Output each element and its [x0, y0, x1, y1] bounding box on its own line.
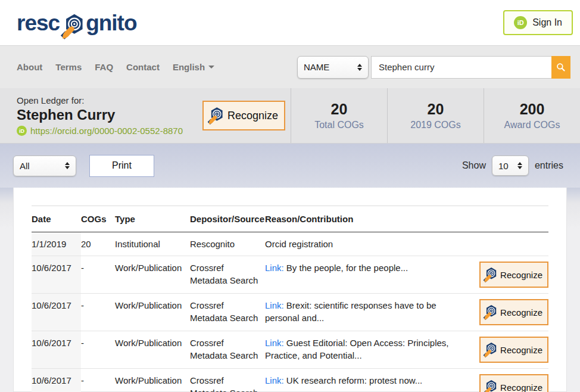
col-header-reason[interactable]: Reason/Contribution — [265, 206, 478, 232]
recognize-label: Recognize — [500, 307, 542, 318]
cell-actions: Recognize — [478, 331, 548, 368]
recognize-button-row[interactable]: Recognize — [479, 337, 548, 363]
ledger-table-card: Date COGs Type Depositor/Source Reason/C… — [13, 188, 567, 392]
recognize-label: Recognize — [500, 382, 542, 392]
stat-label: Award COGs — [504, 120, 560, 130]
ledger-button-zone: Recognize — [202, 88, 291, 143]
chevron-down-icon — [208, 66, 214, 69]
cell-date: 10/6/2017 — [32, 294, 81, 331]
publication-link[interactable]: Link: — [265, 263, 284, 273]
table-row: 1/1/2019 20 Institutional Rescognito Orc… — [32, 232, 548, 256]
nav-item-terms[interactable]: Terms — [55, 62, 82, 72]
sign-in-button[interactable]: iD Sign In — [503, 10, 573, 35]
cell-source: Crossref Metadata Search — [190, 369, 265, 392]
orcid-id-icon: iD — [17, 126, 27, 136]
content-area: Date COGs Type Depositor/Source Reason/C… — [0, 188, 580, 392]
col-header-source[interactable]: Depositor/Source — [190, 206, 265, 232]
col-header-type[interactable]: Type — [115, 206, 190, 232]
language-dropdown[interactable]: English — [173, 62, 214, 72]
type-filter-select[interactable]: All — [13, 155, 76, 176]
publication-link[interactable]: Link: — [265, 338, 284, 348]
cell-cogs: - — [81, 294, 115, 331]
orcid-row: iD https://orcid.org/0000-0002-0552-8870 — [17, 126, 202, 136]
recognize-button-row[interactable]: Recognize — [479, 374, 548, 392]
rescognito-cog-icon — [483, 265, 498, 285]
cell-date: 1/1/2019 — [32, 232, 81, 256]
orcid-id-icon: iD — [514, 16, 527, 29]
type-filter-value: All — [20, 161, 30, 171]
cell-cogs: - — [81, 256, 115, 293]
recognize-button-main[interactable]: Recognize — [202, 101, 285, 130]
stat-label: 2019 COGs — [410, 120, 460, 130]
cell-date: 10/6/2017 — [32, 369, 81, 392]
language-label: English — [173, 62, 205, 72]
cell-type: Work/Publication — [115, 369, 190, 392]
col-header-actions — [478, 206, 548, 232]
search-category-value: NAME — [304, 62, 329, 72]
cell-type: Work/Publication — [115, 294, 190, 331]
rescognito-logo[interactable]: resc gnito — [17, 0, 137, 45]
recognize-label: Recognize — [500, 270, 542, 280]
select-arrows-icon — [65, 162, 70, 169]
cell-actions: Recognize — [478, 256, 548, 293]
cell-source: Crossref Metadata Search — [190, 331, 265, 368]
reason-text: Guest Editorial: Open Access: Principles… — [265, 338, 448, 360]
cell-actions: Recognize — [478, 369, 548, 392]
entries-label: entries — [535, 160, 563, 171]
rescognito-cog-icon — [483, 340, 498, 360]
col-header-cogs[interactable]: COGs — [81, 206, 115, 232]
search-input[interactable] — [371, 56, 551, 79]
stat-award-cogs: 200 Award COGs — [484, 88, 580, 143]
rescognito-cog-icon — [60, 8, 86, 44]
recognize-button-row[interactable]: Recognize — [479, 262, 548, 288]
stat-value: 20 — [428, 101, 444, 118]
reason-text: By the people, for the people... — [284, 263, 408, 273]
reason-text: UK research reform: protest now... — [284, 375, 423, 385]
cell-actions — [478, 232, 548, 256]
cell-type: Work/Publication — [115, 256, 190, 293]
cell-reason: Link: By the people, for the people... — [265, 256, 478, 293]
search-group: NAME — [297, 56, 570, 79]
stat-value: 20 — [331, 101, 348, 118]
table-row: 10/6/2017 - Work/Publication Crossref Me… — [32, 256, 548, 294]
logo-text-left: resc — [17, 11, 60, 36]
page-size-control: Show 10 entries — [462, 155, 563, 176]
table-row: 10/6/2017 - Work/Publication Crossref Me… — [32, 294, 548, 331]
cell-actions: Recognize — [478, 294, 548, 331]
rescognito-cog-icon — [207, 104, 225, 127]
rescognito-cog-icon — [483, 377, 498, 392]
stat-label: Total COGs — [314, 120, 364, 130]
sign-in-label: Sign In — [532, 17, 562, 28]
table-header-row: Date COGs Type Depositor/Source Reason/C… — [32, 206, 548, 232]
search-button[interactable] — [551, 56, 570, 79]
page-size-select[interactable]: 10 — [492, 155, 529, 176]
ledger-label: Open Ledger for: — [17, 95, 202, 105]
cell-date: 10/6/2017 — [32, 256, 81, 293]
reason-text: Orcid registration — [265, 239, 333, 249]
col-header-date[interactable]: Date — [32, 206, 81, 232]
nav-item-about[interactable]: About — [17, 62, 42, 72]
recognize-button-row[interactable]: Recognize — [479, 299, 548, 325]
cell-source: Crossref Metadata Search — [190, 256, 265, 293]
page-size-value: 10 — [498, 161, 509, 171]
table-row: 10/6/2017 - Work/Publication Crossref Me… — [32, 331, 548, 369]
nav-item-contact[interactable]: Contact — [126, 62, 160, 72]
cell-cogs: 20 — [81, 232, 115, 256]
rescognito-cog-icon — [483, 302, 498, 322]
publication-link[interactable]: Link: — [265, 375, 284, 385]
show-label: Show — [462, 160, 486, 171]
stat-2019-cogs: 20 2019 COGs — [387, 88, 484, 143]
cog-stats: 20 Total COGs 20 2019 COGs 200 Award COG… — [291, 88, 580, 143]
search-category-select[interactable]: NAME — [297, 56, 369, 79]
ledger-info: Open Ledger for: Stephen Curry iD https:… — [0, 88, 202, 143]
table-row: 10/6/2017 - Work/Publication Crossref Me… — [32, 369, 548, 392]
orcid-url-link[interactable]: https://orcid.org/0000-0002-0552-8870 — [30, 126, 183, 136]
filter-band: All Print Show 10 entries — [0, 144, 580, 188]
nav-item-faq[interactable]: FAQ — [95, 62, 113, 72]
cell-reason: Link: Guest Editorial: Open Access: Prin… — [265, 331, 478, 368]
cell-type: Work/Publication — [115, 331, 190, 368]
publication-link[interactable]: Link: — [265, 300, 284, 310]
print-button[interactable]: Print — [89, 155, 154, 177]
select-arrows-icon — [357, 64, 362, 71]
ledger-band: Open Ledger for: Stephen Curry iD https:… — [0, 88, 580, 144]
